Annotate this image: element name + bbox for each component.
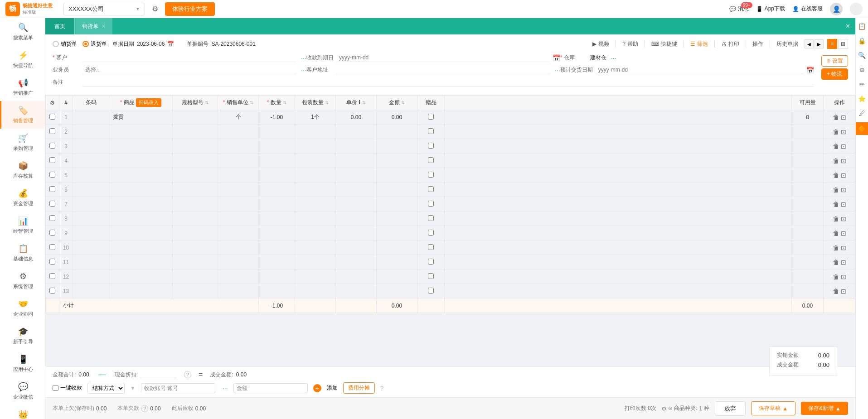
message-nav-item[interactable]: 💬 消息 99+: [729, 5, 749, 13]
row-pkg-qty[interactable]: [295, 241, 336, 255]
row-settings-cb[interactable]: [49, 244, 55, 250]
row-delete-icon[interactable]: 🗑: [833, 288, 839, 295]
row-pkg-qty[interactable]: [295, 139, 336, 154]
row-gift-cb[interactable]: [428, 172, 434, 178]
row-barcode[interactable]: [73, 197, 109, 212]
amount-input[interactable]: [233, 383, 308, 393]
float-btn-3[interactable]: 🔍: [857, 50, 868, 61]
row-gift-cb[interactable]: [428, 157, 434, 163]
sidebar-item-wechat[interactable]: 💬 企业微信: [0, 377, 45, 405]
customer-more-icon[interactable]: ···: [301, 54, 306, 62]
row-qty[interactable]: [259, 284, 295, 299]
row-spec[interactable]: [173, 226, 218, 241]
row-product[interactable]: 拨贡: [109, 110, 173, 125]
operate-btn[interactable]: 操作: [750, 39, 766, 49]
row-settings-cb[interactable]: [49, 259, 55, 265]
row-product[interactable]: [109, 168, 173, 183]
row-amount[interactable]: [377, 255, 417, 270]
row-copy-icon[interactable]: ⊡: [841, 230, 846, 237]
row-qty[interactable]: [259, 139, 295, 154]
row-unit[interactable]: [218, 183, 259, 197]
one-click-pay-cb[interactable]: [53, 385, 58, 391]
tab-sales-order[interactable]: 销货单 ×: [74, 18, 112, 34]
row-delete-icon[interactable]: 🗑: [833, 157, 839, 164]
logistics-btn[interactable]: + 物流: [821, 68, 848, 80]
row-barcode[interactable]: [73, 226, 109, 241]
table-scroll-container[interactable]: ⚙ # 条码 * 商品 扫码录入 规格型号 ⇅ * 销售单位 ⇅ * 数量 ⇅ …: [45, 95, 855, 366]
row-desc[interactable]: [445, 226, 792, 241]
row-settings-cb[interactable]: [49, 201, 55, 207]
row-gift-cb[interactable]: [428, 128, 434, 134]
float-btn-2[interactable]: 🔒: [857, 35, 868, 46]
row-spec[interactable]: [173, 255, 218, 270]
row-unit-price[interactable]: [336, 212, 377, 226]
row-qty[interactable]: [259, 168, 295, 183]
row-qty[interactable]: [259, 255, 295, 270]
salesperson-more-icon[interactable]: ···: [301, 67, 306, 74]
row-unit[interactable]: [218, 139, 259, 154]
row-product[interactable]: [109, 212, 173, 226]
row-delete-icon[interactable]: 🗑: [833, 259, 839, 266]
warehouse-more-icon[interactable]: ···: [611, 54, 616, 62]
row-unit-price[interactable]: [336, 241, 377, 255]
settings-action-btn[interactable]: ⊙ 设置: [821, 55, 848, 67]
row-settings-cb[interactable]: [49, 186, 55, 192]
row-unit[interactable]: [218, 241, 259, 255]
account-input[interactable]: [141, 383, 215, 393]
row-unit-price[interactable]: [336, 197, 377, 212]
row-pkg-qty[interactable]: [295, 270, 336, 284]
th-settings[interactable]: ⚙: [46, 96, 59, 110]
row-delete-icon[interactable]: 🗑: [833, 215, 839, 222]
tab-close-icon[interactable]: ×: [102, 24, 105, 29]
row-qty[interactable]: [259, 270, 295, 284]
row-barcode[interactable]: [73, 168, 109, 183]
help-circle[interactable]: ?: [184, 371, 191, 378]
row-product[interactable]: [109, 154, 173, 168]
row-product[interactable]: [109, 241, 173, 255]
row-pkg-qty[interactable]: [295, 226, 336, 241]
row-settings-cb[interactable]: [49, 172, 55, 178]
row-desc[interactable]: [445, 183, 792, 197]
sidebar-item-operations[interactable]: 📊 经营管理: [0, 212, 45, 239]
row-barcode[interactable]: [73, 154, 109, 168]
row-spec[interactable]: [173, 154, 218, 168]
row-unit-price[interactable]: [336, 270, 377, 284]
row-unit-price[interactable]: [336, 125, 377, 139]
row-desc[interactable]: [445, 154, 792, 168]
row-amount[interactable]: [377, 183, 417, 197]
sidebar-item-vip[interactable]: 👑 畅会员: [0, 405, 45, 419]
history-btn[interactable]: 历史单据: [774, 39, 801, 49]
tab-close-all[interactable]: ×: [840, 18, 855, 34]
avatar-extra[interactable]: [850, 3, 863, 15]
payment-method-select[interactable]: 结算方式: [87, 383, 125, 394]
row-settings-cb[interactable]: [49, 288, 55, 294]
abandon-btn[interactable]: 放弃: [715, 401, 746, 416]
row-qty[interactable]: -1.00: [259, 110, 295, 125]
row-copy-icon[interactable]: ⊡: [841, 288, 846, 295]
row-pkg-qty[interactable]: [295, 154, 336, 168]
row-unit-price[interactable]: [336, 154, 377, 168]
row-product[interactable]: [109, 226, 173, 241]
row-barcode[interactable]: [73, 125, 109, 139]
row-settings-cb[interactable]: [49, 215, 55, 221]
row-unit[interactable]: [218, 270, 259, 284]
row-pkg-qty[interactable]: [295, 284, 336, 299]
prev-arrow[interactable]: ◀: [805, 39, 814, 48]
radio-sales[interactable]: 销货单: [53, 40, 77, 48]
row-settings-cb[interactable]: [49, 273, 55, 279]
row-delete-icon[interactable]: 🗑: [833, 128, 839, 135]
row-copy-icon[interactable]: ⊡: [841, 273, 846, 280]
row-delete-icon[interactable]: 🗑: [833, 201, 839, 208]
row-copy-icon[interactable]: ⊡: [841, 114, 846, 121]
company-selector[interactable]: XXXXXX公司 ▼: [63, 3, 145, 15]
row-delete-icon[interactable]: 🗑: [833, 244, 839, 251]
row-barcode[interactable]: [73, 241, 109, 255]
row-desc[interactable]: [445, 125, 792, 139]
row-spec[interactable]: [173, 110, 218, 125]
row-copy-icon[interactable]: ⊡: [841, 201, 846, 208]
row-delete-icon[interactable]: 🗑: [833, 230, 839, 237]
settings-button[interactable]: ⚙: [149, 3, 161, 15]
row-settings-cb[interactable]: [49, 230, 55, 236]
date-calendar-icon[interactable]: 📅: [167, 41, 174, 47]
row-spec[interactable]: [173, 168, 218, 183]
